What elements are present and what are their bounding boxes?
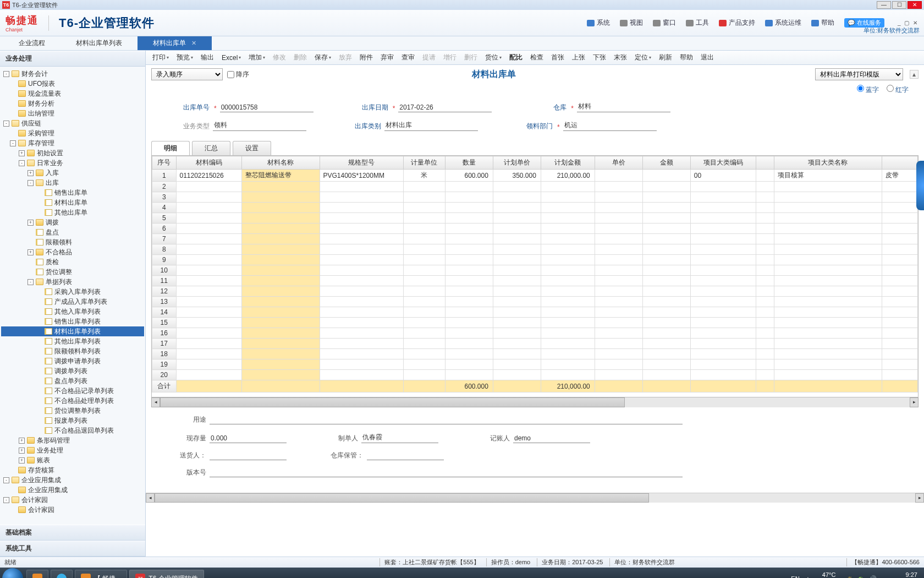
grid-row[interactable]: 11 xyxy=(152,276,918,286)
content-scroll-left[interactable]: ◂ xyxy=(146,493,155,503)
tree-node[interactable]: -单据列表 xyxy=(1,277,144,287)
grid-header[interactable]: 材料编码 xyxy=(176,156,242,170)
toolbar-输出[interactable]: 输出 xyxy=(197,52,217,63)
taskbar-clock[interactable]: 9:272017-06-14 xyxy=(882,571,922,578)
start-button[interactable] xyxy=(2,568,23,578)
toolbar-查审[interactable]: 查审 xyxy=(398,52,418,63)
tree-node[interactable]: UFO报表 xyxy=(1,79,144,89)
field-out-date[interactable]: 2017-02-26 xyxy=(398,103,492,112)
print-template-select[interactable]: 材料出库单打印模版 xyxy=(815,68,903,80)
tray-volume-icon[interactable]: 🔊 xyxy=(869,575,877,579)
collapse-icon[interactable]: - xyxy=(28,279,34,285)
taskbar-app-ie[interactable] xyxy=(51,570,73,578)
toolbar-打印[interactable]: 打印▾ xyxy=(149,52,172,63)
toolbar-附件[interactable]: 附件 xyxy=(356,52,376,63)
tree-node[interactable]: 财务分析 xyxy=(1,99,144,108)
tree-node[interactable]: -会计家园 xyxy=(1,495,144,505)
taskbar-app-1[interactable] xyxy=(26,570,48,578)
toolbar-检查[interactable]: 检查 xyxy=(527,52,547,63)
collapse-icon[interactable]: - xyxy=(28,180,34,186)
menu-maintain[interactable]: 系统运维 xyxy=(765,18,801,28)
tree-node[interactable]: +账表 xyxy=(1,455,144,465)
grid-row[interactable]: 10 xyxy=(152,265,918,276)
detail-grid[interactable]: 序号材料编码材料名称规格型号计量单位数量计划单价计划金额单价金额项目大类编码项目… xyxy=(151,155,919,397)
taskbar-app-chanjet[interactable]: 【 畅捷... xyxy=(75,570,127,578)
collapse-icon[interactable]: - xyxy=(19,160,25,166)
tree-node[interactable]: -出库 xyxy=(1,178,144,188)
radio-red[interactable]: 红字 xyxy=(887,86,909,94)
grid-row[interactable]: 3 xyxy=(152,192,918,203)
toolbar-增加[interactable]: 增加▾ xyxy=(245,52,268,63)
field-warehouse[interactable]: 材料 xyxy=(577,101,670,112)
grid-row[interactable]: 7 xyxy=(152,234,918,244)
toolbar-刷新[interactable]: 刷新 xyxy=(656,52,675,63)
expand-icon[interactable]: + xyxy=(19,150,25,156)
grid-header[interactable]: 单价 xyxy=(595,156,642,170)
tab-material-out-doc[interactable]: 材料出库单✕ xyxy=(138,36,212,50)
toolbar-帮助[interactable]: 帮助 xyxy=(676,52,696,63)
tree-node[interactable]: 其他出库单 xyxy=(1,208,144,217)
grid-header[interactable]: 材料名称 xyxy=(242,156,320,170)
expand-icon[interactable]: + xyxy=(19,457,25,464)
grid-row[interactable]: 12 xyxy=(152,286,918,297)
tree-node[interactable]: +不合格品 xyxy=(1,247,144,257)
tab-close-icon[interactable]: ✕ xyxy=(191,40,196,47)
field-keeper[interactable] xyxy=(367,459,444,460)
collapse-icon[interactable]: - xyxy=(10,140,16,146)
tree-node[interactable]: 货位调整单列表 xyxy=(1,406,144,416)
tray-unknown-icon[interactable]: ◐ xyxy=(858,575,864,579)
collapse-icon[interactable]: - xyxy=(3,71,9,77)
expand-icon[interactable]: + xyxy=(28,249,34,255)
grid-row[interactable]: 2 xyxy=(152,182,918,192)
grid-tab-detail[interactable]: 明细 xyxy=(151,141,190,155)
grid-row[interactable]: 5 xyxy=(152,213,918,223)
tree-node[interactable]: 货位调整 xyxy=(1,267,144,277)
toolbar-上张[interactable]: 上张 xyxy=(569,52,588,63)
field-out-no[interactable]: 0000015758 xyxy=(220,103,314,112)
grid-scroll-thumb[interactable] xyxy=(160,397,625,407)
menu-tool[interactable]: 工具 xyxy=(686,18,709,28)
tree-node[interactable]: +条形码管理 xyxy=(1,435,144,445)
ime-indicator[interactable]: EN xyxy=(791,575,799,578)
collapse-icon[interactable]: - xyxy=(3,497,9,503)
tree-node[interactable]: +初始设置 xyxy=(1,148,144,158)
tab-enterprise-flow[interactable]: 企业流程 xyxy=(3,36,61,50)
grid-header[interactable] xyxy=(756,156,774,170)
content-scroll-right[interactable]: ▸ xyxy=(915,493,924,503)
tree-node[interactable]: 其他出库单列表 xyxy=(1,336,144,346)
grid-row[interactable]: 1011202215026整芯阻燃输送带PVG1400S*1200MM米600.… xyxy=(152,170,918,182)
grid-row[interactable]: 9 xyxy=(152,255,918,265)
tree-node[interactable]: +调拨 xyxy=(1,217,144,227)
sidebar-section-base[interactable]: 基础档案 xyxy=(0,525,145,541)
toolbar-下张[interactable]: 下张 xyxy=(590,52,609,63)
grid-tab-settings[interactable]: 设置 xyxy=(233,141,271,155)
window-close-button[interactable]: ✕ xyxy=(908,1,922,9)
tree-node[interactable]: 销售出库单列表 xyxy=(1,317,144,326)
grid-header[interactable]: 项目大类编码 xyxy=(690,156,756,170)
tree-node[interactable]: 材料出库单 xyxy=(1,198,144,208)
menu-window[interactable]: 窗口 xyxy=(653,18,676,28)
tray-icon[interactable]: ▲ xyxy=(805,575,811,578)
field-dept[interactable]: 机运 xyxy=(563,120,657,131)
tree-node[interactable]: 不合格品退回单列表 xyxy=(1,426,144,435)
grid-header[interactable]: 计量单位 xyxy=(403,156,445,170)
expand-icon[interactable]: + xyxy=(19,448,25,454)
grid-scroll-right[interactable]: ▸ xyxy=(910,397,919,407)
content-scroll-thumb[interactable] xyxy=(155,493,649,503)
tree-node[interactable]: 不合格品处理单列表 xyxy=(1,396,144,406)
tree-node[interactable]: +业务处理 xyxy=(1,445,144,455)
menu-help[interactable]: 帮助 xyxy=(811,18,834,28)
tree-node[interactable]: 企业应用集成 xyxy=(1,485,144,495)
tree-node[interactable]: 限额领料 xyxy=(1,237,144,247)
grid-header[interactable]: 规格型号 xyxy=(320,156,403,170)
grid-row[interactable]: 20 xyxy=(152,370,918,380)
toolbar-Excel[interactable]: Excel▾ xyxy=(218,53,244,63)
window-maximize-button[interactable]: ☐ xyxy=(892,1,906,9)
expand-icon[interactable]: + xyxy=(28,220,34,226)
grid-tab-summary[interactable]: 汇总 xyxy=(192,141,230,155)
sidebar-section-tool[interactable]: 系统工具 xyxy=(0,541,145,557)
tree-node[interactable]: -库存管理 xyxy=(1,138,144,148)
tree-node[interactable]: 采购管理 xyxy=(1,128,144,138)
tray-sun-icon[interactable]: ☀ xyxy=(847,575,853,579)
tree-node[interactable]: 报废单列表 xyxy=(1,416,144,426)
